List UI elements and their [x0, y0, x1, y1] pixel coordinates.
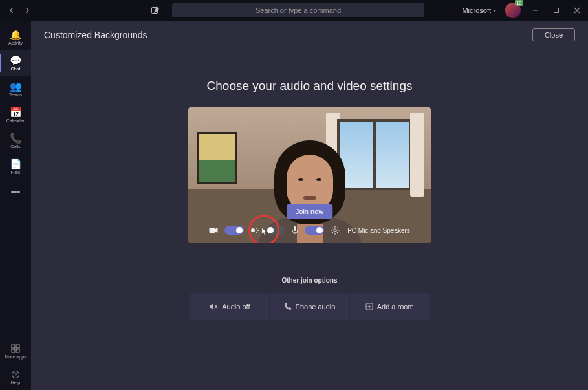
rail-activity[interactable]: 🔔 Activity [0, 25, 31, 50]
rail-activity-label: Activity [8, 41, 23, 45]
rail-help-label: Help [11, 380, 20, 385]
svg-point-12 [257, 230, 259, 231]
svg-point-13 [256, 232, 257, 233]
user-avatar[interactable]: 13 [505, 3, 521, 18]
microphone-toggle[interactable] [305, 226, 324, 235]
bell-icon: 🔔 [10, 30, 22, 39]
video-preview: Join now [188, 107, 431, 243]
audio-device-label[interactable]: PC Mic and Speakers [347, 227, 410, 234]
settings-gear-icon[interactable] [331, 226, 340, 235]
svg-line-20 [332, 227, 333, 228]
help-icon: ? [11, 370, 20, 379]
svg-rect-6 [16, 349, 19, 352]
rail-calendar-label: Calendar [6, 118, 25, 123]
option-add-room-label: Add a room [377, 303, 414, 310]
rail-calendar[interactable]: 📅 Calendar [0, 102, 31, 128]
svg-line-22 [337, 227, 338, 228]
new-chat-icon[interactable] [149, 4, 162, 17]
camera-toggle[interactable] [224, 226, 244, 235]
other-options-label: Other join options [31, 277, 588, 284]
svg-rect-9 [210, 228, 215, 233]
svg-rect-4 [16, 345, 19, 348]
prejoin-title: Choose your audio and video settings [31, 79, 588, 93]
page-title: Customized Backgrounds [44, 30, 147, 40]
rail-files[interactable]: 📄 Files [0, 154, 31, 180]
rail-calls[interactable]: 📞 Calls [0, 128, 31, 154]
nav-arrows [5, 4, 34, 17]
org-switcher[interactable]: Microsoft ▾ [462, 6, 496, 14]
close-window-button[interactable] [571, 5, 583, 16]
files-icon: 📄 [10, 159, 22, 169]
add-room-icon [365, 303, 373, 310]
svg-rect-3 [12, 345, 15, 348]
org-label: Microsoft [462, 6, 491, 14]
rail-chat-label: Chat [11, 67, 21, 71]
rail-teams[interactable]: 👥 Teams [0, 76, 31, 102]
preview-controls: PC Mic and Speakers [188, 222, 431, 238]
background-blur-icon [250, 226, 259, 234]
search-input[interactable]: Search or type a command [172, 3, 424, 17]
background-blur-toggle[interactable] [266, 226, 285, 235]
content-area: Customized Backgrounds Close Choose your… [31, 21, 588, 390]
titlebar-right: Microsoft ▾ 13 [462, 3, 583, 18]
svg-point-11 [256, 228, 257, 229]
forward-button[interactable] [21, 4, 34, 17]
svg-rect-5 [12, 349, 15, 352]
rail-chat[interactable]: 💬 Chat [0, 50, 31, 76]
rail-more[interactable]: ••• [11, 182, 21, 202]
camera-icon [209, 226, 218, 234]
back-button[interactable] [5, 4, 18, 17]
svg-rect-14 [294, 226, 296, 231]
other-options-row: Audio off Phone audio Add a room [190, 293, 430, 320]
teams-icon: 👥 [10, 81, 22, 91]
rail-files-label: Files [11, 170, 21, 175]
svg-line-21 [337, 232, 338, 233]
svg-point-15 [334, 229, 336, 232]
maximize-button[interactable] [550, 5, 562, 16]
option-audio-off-label: Audio off [222, 303, 250, 310]
option-audio-off[interactable]: Audio off [190, 293, 270, 320]
rail-more-apps[interactable]: More apps [0, 338, 31, 364]
audio-off-icon [209, 303, 218, 310]
notification-badge: 13 [515, 0, 523, 6]
join-now-button[interactable]: Join now [287, 204, 332, 219]
rail-calls-label: Calls [10, 144, 21, 149]
phone-icon [284, 303, 292, 310]
svg-rect-2 [554, 8, 559, 13]
close-button[interactable]: Close [532, 28, 575, 41]
apps-icon [11, 344, 20, 353]
svg-line-23 [332, 232, 333, 233]
content-header: Customized Backgrounds Close [31, 21, 588, 49]
minimize-button[interactable] [530, 5, 541, 16]
svg-text:?: ? [14, 372, 17, 378]
title-bar: Search or type a command Microsoft ▾ 13 [0, 0, 588, 21]
search-placeholder: Search or type a command [256, 6, 341, 14]
calendar-icon: 📅 [10, 107, 22, 117]
calls-icon: 📞 [10, 133, 22, 143]
svg-point-10 [251, 228, 255, 232]
rail-teams-label: Teams [9, 92, 23, 97]
app-rail: 🔔 Activity 💬 Chat 👥 Teams 📅 Calendar 📞 C… [0, 21, 31, 390]
option-phone-audio[interactable]: Phone audio [269, 293, 349, 320]
rail-more-apps-label: More apps [5, 354, 26, 359]
option-add-room[interactable]: Add a room [349, 293, 430, 320]
microphone-icon [292, 226, 298, 235]
chat-icon: 💬 [10, 56, 22, 65]
chevron-down-icon: ▾ [494, 8, 496, 14]
option-phone-audio-label: Phone audio [296, 303, 336, 310]
rail-help[interactable]: ? Help [0, 364, 31, 390]
